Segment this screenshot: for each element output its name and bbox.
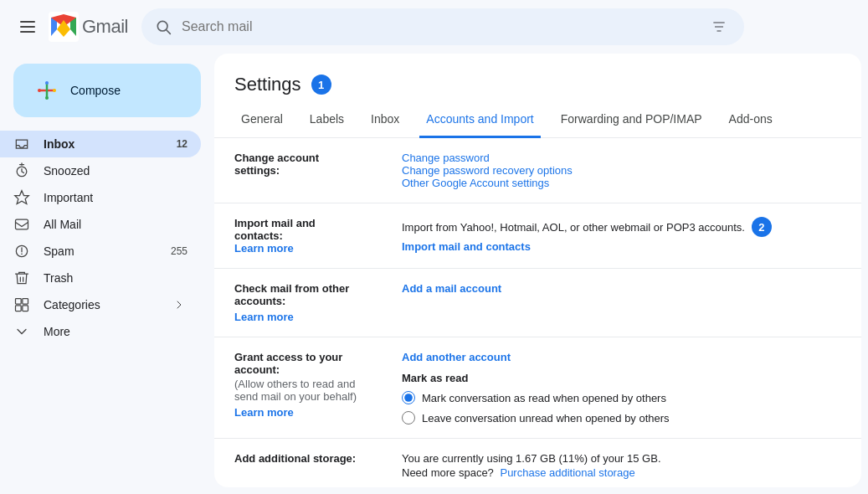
sidebar-item-more[interactable]: More [0,318,201,345]
svg-rect-19 [23,299,28,305]
add-another-account-link[interactable]: Add another account [402,351,511,363]
sidebar-item-inbox-label: Inbox [44,137,163,151]
settings-row-check-mail: Check mail from other accounts: Learn mo… [214,269,861,337]
settings-badge-1: 1 [311,75,331,95]
storage-text: You are currently using 1.67 GB (11%) of… [402,452,661,465]
import-mail-action-link[interactable]: Import mail and contacts [402,240,531,253]
tab-accounts-import[interactable]: Accounts and Import [419,102,540,138]
tab-forwarding[interactable]: Forwarding and POP/IMAP [554,102,709,138]
sidebar-item-important[interactable]: Important [0,184,201,211]
settings-badge-2: 2 [752,217,772,237]
mark-as-read-label: Mark as read [402,372,469,384]
sidebar-item-categories-label: Categories [44,298,157,311]
sidebar-item-important-label: Important [44,191,187,204]
search-bar [141,8,744,45]
compose-icon [33,77,60,104]
svg-point-17 [21,254,23,255]
purchase-storage-link[interactable]: Purchase additional storage [500,466,634,479]
import-mail-label: Import mail and contacts: [234,217,316,242]
sidebar-item-spam[interactable]: Spam 255 [0,238,201,265]
sidebar-item-all-mail[interactable]: All Mail [0,211,201,238]
grant-access-learn-more[interactable]: Learn more [234,406,294,419]
search-icon [155,18,172,35]
hamburger-icon [20,21,35,33]
radio-mark-read[interactable]: Mark conversation as read when opened by… [402,391,841,404]
settings-title: Settings [234,74,301,95]
svg-rect-14 [16,219,28,229]
svg-point-8 [38,89,41,92]
import-mail-learn-more[interactable]: Learn more [234,242,294,255]
svg-rect-18 [16,299,22,305]
sidebar-item-trash[interactable]: Trash [0,265,201,291]
sidebar: Compose Inbox 12 [0,54,214,494]
search-input[interactable] [182,19,697,34]
radio-leave-unread-input[interactable] [402,411,415,425]
inbox-icon [13,136,30,152]
sidebar-item-spam-label: Spam [44,244,157,258]
gmail-logo: Gmail [49,12,128,42]
trash-icon [13,270,30,286]
sidebar-item-inbox-count: 12 [177,138,187,150]
menu-button[interactable] [13,14,42,39]
add-storage-label: Add additional storage: [234,452,356,465]
spam-icon [13,243,30,260]
sidebar-item-more-label: More [44,325,187,338]
check-mail-learn-more[interactable]: Learn more [234,311,294,323]
settings-tabs: General Labels Inbox Accounts and Import… [214,102,861,138]
tab-addons[interactable]: Add-ons [722,102,779,138]
more-space-text: Need more space? [402,466,494,479]
snoozed-icon [13,162,30,179]
radio-group-mark-read: Mark conversation as read when opened by… [402,391,841,425]
categories-icon [13,296,30,313]
filter-icon[interactable] [707,15,731,39]
radio-mark-read-label: Mark conversation as read when opened by… [422,392,666,404]
radio-leave-unread[interactable]: Leave conversation unread when opened by… [402,411,841,425]
sidebar-item-inbox[interactable]: Inbox 12 [0,131,201,157]
svg-marker-13 [15,191,29,204]
svg-line-2 [167,30,171,34]
tab-labels[interactable]: Labels [303,102,351,138]
compose-button[interactable]: Compose [13,64,201,117]
settings-row-import-mail: Import mail and contacts: Learn more Imp… [214,203,861,269]
all-mail-icon [13,216,30,233]
settings-row-change-account: Change account settings: Change password… [214,138,861,203]
sidebar-item-spam-count: 255 [171,245,187,257]
content-area: Settings 1 General Labels Inbox Accounts… [214,54,861,487]
svg-rect-20 [16,306,22,311]
compose-label: Compose [70,84,121,97]
more-icon [13,323,30,340]
grant-access-label: Grant access to your account: [234,351,342,376]
radio-leave-unread-label: Leave conversation unread when opened by… [422,412,670,425]
svg-point-11 [45,96,49,100]
sidebar-item-all-mail-label: All Mail [44,218,187,231]
svg-rect-21 [23,306,28,311]
settings-header: Settings 1 [214,54,861,95]
svg-point-9 [53,89,56,92]
svg-point-10 [45,81,49,85]
settings-table: Change account settings: Change password… [214,138,861,487]
tab-inbox[interactable]: Inbox [364,102,406,138]
sidebar-item-categories[interactable]: Categories [0,291,201,318]
import-mail-description: Import from Yahoo!, Hotmail, AOL, or oth… [402,221,745,234]
settings-row-grant-access: Grant access to your account: (Allow oth… [214,337,861,439]
sidebar-item-trash-label: Trash [44,271,187,285]
change-password-link[interactable]: Change password [402,152,490,164]
grant-access-sub-label: (Allow others to read and send mail on y… [234,378,357,403]
google-account-settings-link[interactable]: Other Google Account settings [402,177,549,189]
chevron-right-icon [171,296,187,313]
tab-general[interactable]: General [234,102,290,138]
radio-mark-read-input[interactable] [402,391,415,404]
settings-row-add-storage: Add additional storage: You are currentl… [214,439,861,488]
change-password-recovery-link[interactable]: Change password recovery options [402,164,573,177]
check-mail-label: Check mail from other accounts: [234,282,349,307]
sidebar-item-snoozed[interactable]: Snoozed [0,157,201,184]
gmail-label: Gmail [82,16,128,38]
important-icon [13,189,30,206]
change-account-label: Change account settings: [234,152,319,177]
add-mail-account-link[interactable]: Add a mail account [402,282,501,295]
sidebar-item-snoozed-label: Snoozed [44,164,187,178]
gmail-m-icon [49,12,79,42]
